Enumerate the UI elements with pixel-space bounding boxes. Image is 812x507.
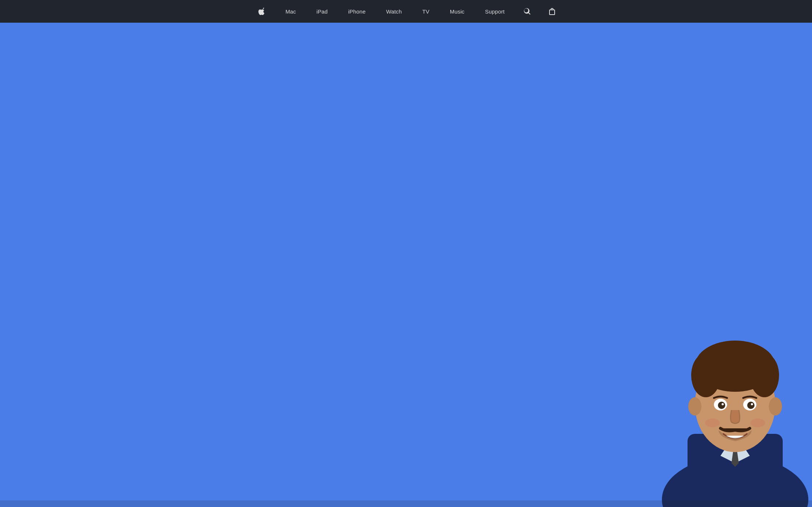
svg-point-10	[769, 397, 782, 416]
bag-icon	[548, 7, 556, 15]
navbar-inner: Mac iPad iPhone Watch TV Music Support	[40, 0, 772, 23]
svg-point-7	[691, 353, 720, 397]
main-content	[0, 23, 812, 507]
navigation-bar: Mac iPad iPhone Watch TV Music Support	[0, 0, 812, 23]
nav-item-mac[interactable]: Mac	[275, 0, 306, 23]
svg-point-9	[688, 397, 701, 416]
svg-point-18	[750, 418, 765, 427]
svg-point-16	[751, 403, 753, 405]
svg-point-15	[722, 403, 724, 405]
nav-item-music[interactable]: Music	[440, 0, 475, 23]
nav-item-ipad[interactable]: iPad	[306, 0, 338, 23]
person-svg	[658, 324, 812, 507]
svg-point-8	[750, 353, 779, 397]
search-icon	[524, 8, 531, 15]
nav-item-iphone[interactable]: iPhone	[338, 0, 376, 23]
bottom-bar	[0, 500, 812, 507]
apple-logo[interactable]	[247, 0, 275, 23]
svg-point-14	[747, 402, 755, 409]
apple-icon	[258, 8, 265, 15]
search-button[interactable]	[515, 0, 540, 23]
bag-button[interactable]	[540, 0, 565, 23]
nav-item-watch[interactable]: Watch	[376, 0, 412, 23]
svg-point-17	[705, 418, 720, 427]
svg-point-13	[718, 402, 725, 409]
nav-item-tv[interactable]: TV	[412, 0, 439, 23]
person-figure	[658, 324, 812, 507]
nav-item-support[interactable]: Support	[475, 0, 515, 23]
